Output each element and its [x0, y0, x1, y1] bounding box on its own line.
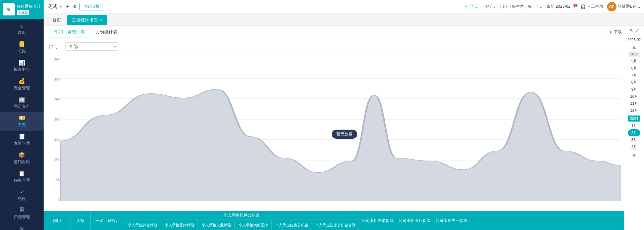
tabbar: 首页工资统计报表×	[44, 13, 644, 26]
funds-icon: 💰	[18, 78, 25, 84]
sidebar-item-assets[interactable]: 🏢固定资产	[0, 94, 44, 112]
calendar-icon[interactable]: 📅	[573, 4, 578, 9]
logo-icon: 畅	[3, 3, 15, 15]
table-col-公司承担养老保险: 公司承担养老保险	[359, 211, 396, 230]
month-item-5月[interactable]: 5月	[628, 58, 640, 65]
user-menu[interactable]: CE 轻捷通B运...	[607, 2, 640, 11]
logo-text: 畅康通好会计 专业版	[17, 4, 41, 15]
human-service-button[interactable]: 🎧 人工咨询	[581, 4, 603, 9]
year-header-2024[interactable]: 2024	[628, 116, 640, 122]
topbar-add-button[interactable]: ＋	[65, 3, 70, 10]
y-label: 150	[54, 137, 60, 141]
panel-nav-up[interactable]: ▲	[632, 43, 637, 51]
product-tags: 好会计（专）+好生意（标）+…	[485, 4, 542, 9]
month-item-12月[interactable]: 12月	[628, 107, 640, 114]
salary-icon: 💴	[18, 115, 25, 121]
headset-icon: 🎧	[581, 4, 586, 9]
close-icon: ✓	[20, 189, 24, 195]
y-label: 250	[54, 98, 60, 102]
topbar-title: 测试	[48, 4, 57, 10]
ledger-icon: 📒	[18, 41, 25, 47]
y-axis-labels: 350300250200150100500	[47, 58, 60, 201]
col-sub-个人承担社保公积金合计: 个人承担社保公积金合计	[312, 220, 359, 230]
sidebar-item-archive[interactable]: 🗄归档管理	[0, 204, 44, 223]
tab-salary-report[interactable]: 工资统计报表×	[67, 15, 107, 25]
year-display: 2023.02	[628, 38, 641, 42]
period-label: 账期 2023-02 📅	[546, 4, 578, 9]
month-item-10月[interactable]: 10月	[628, 93, 640, 100]
table-col-部门: 部门	[44, 211, 70, 230]
sidebar-item-funds[interactable]: 💰资金管理	[0, 75, 44, 94]
sidebar-item-salary[interactable]: 💴工资	[0, 112, 44, 131]
sidebar: 畅 畅康通好会计 专业版 ⌂首页📒总账📊报表中心💰资金管理🏢固定资产💴工资🧾发票…	[0, 0, 44, 230]
dept-select[interactable]: 全部销售部技术部行政部财务部	[65, 42, 119, 51]
sidebar-item-sales[interactable]: 📦进销台账	[0, 149, 44, 168]
sidebar-item-tax[interactable]: 📋税务管理	[0, 168, 44, 186]
topbar: 测试 ▾ ＋ ⚙ 切到旧版 ✓ 已认证 好会计（专）+好生意（标）+… 账期 2…	[44, 0, 644, 13]
subtab-monthly[interactable]: 月份统计表	[90, 26, 123, 38]
invoice-icon: 🧾	[18, 133, 25, 140]
col-sub-个人承担住房公积金: 个人承担住房公积金	[272, 220, 312, 230]
month-item-2月[interactable]: 2月	[628, 129, 640, 136]
panel-expand-icon[interactable]: ⤢	[635, 28, 639, 33]
tax-icon: 📋	[18, 170, 25, 177]
table-header: 部门人数应发工资合计个人承担社保公积金个人承担养老保险个人承担医疗保险个人承担失…	[44, 211, 644, 230]
month-item-11月[interactable]: 11月	[628, 100, 640, 107]
home-icon: ⌂	[20, 23, 23, 29]
sidebar-item-ledger[interactable]: 📒总账	[0, 38, 44, 57]
sidebar-menu: ⌂首页📒总账📊报表中心💰资金管理🏢固定资产💴工资🧾发票管理📦进销台账📋税务管理✓…	[0, 19, 44, 230]
year-header-2023[interactable]: 2023	[628, 51, 640, 57]
table-col-人数: 人数	[70, 211, 91, 230]
y-label: 100	[54, 157, 60, 161]
year-section-2024: 20241月2月3月4月	[628, 116, 640, 150]
topbar-settings-icon[interactable]: ⚙	[73, 4, 77, 9]
col-group-header: 个人承担社保公积金	[124, 211, 359, 220]
assets-icon: 🏢	[18, 96, 25, 103]
panel-close-icon[interactable]: ✕	[629, 28, 633, 34]
topbar-dropdown-arrow[interactable]: ▾	[60, 4, 62, 9]
month-item-6月[interactable]: 6月	[628, 65, 640, 72]
chart-area: 350300250200150100500 暂无数据	[44, 54, 644, 211]
col-sub-个人承担养老保险: 个人承担养老保险	[124, 220, 161, 230]
sidebar-item-reports[interactable]: 📊报表中心	[0, 57, 44, 75]
y-label: 300	[54, 78, 60, 82]
table-col-公司承担失业保险: 公司承担失业保险	[433, 211, 470, 230]
filterbar: 部门： 全部销售部技术部行政部财务部 ▾	[44, 39, 644, 54]
col-sub-个人承担失业保险: 个人承担失业保险	[198, 220, 235, 230]
switch-old-version-button[interactable]: 切到旧版	[79, 3, 103, 10]
y-label: 200	[54, 118, 60, 122]
chart-area-path	[60, 89, 621, 201]
sidebar-item-close[interactable]: ✓结账	[0, 186, 44, 204]
subtabs: 部门工资统计表月份统计表 ⬇ 下载 ↻ 刷新	[44, 26, 644, 39]
certified-status: ✓ 已认证	[465, 4, 481, 9]
year-section-2023: 20235月6月7月8月9月10月11月12月	[628, 51, 640, 114]
reports-icon: 📊	[18, 59, 25, 66]
tab-close-icon[interactable]: ×	[100, 17, 103, 22]
settings-icon: ⚙	[19, 225, 24, 230]
archive-icon: 🗄	[19, 207, 24, 213]
sidebar-item-invoice[interactable]: 🧾发票管理	[0, 131, 44, 149]
panel-nav-down[interactable]: ▼	[632, 152, 637, 160]
month-item-4月[interactable]: 4月	[628, 143, 640, 150]
right-panel: ✕ ⤢ 2023.02 ▲20235月6月7月8月9月10月11月12月2024…	[624, 26, 644, 230]
dept-select-wrap: 全部销售部技术部行政部财务部 ▾	[65, 42, 119, 51]
col-sub-个人承担大额医疗: 个人承担大额医疗	[235, 220, 272, 230]
sidebar-logo: 畅 畅康通好会计 专业版	[0, 0, 44, 19]
main-content: 测试 ▾ ＋ ⚙ 切到旧版 ✓ 已认证 好会计（专）+好生意（标）+… 账期 2…	[44, 0, 644, 230]
sidebar-item-home[interactable]: ⌂首页	[0, 20, 44, 38]
col-sub-个人承担医疗保险: 个人承担医疗保险	[161, 220, 198, 230]
sidebar-item-settings[interactable]: ⚙设置	[0, 223, 44, 230]
subtab-dept[interactable]: 部门工资统计表	[49, 26, 90, 38]
month-item-1月[interactable]: 1月	[628, 122, 640, 129]
dept-filter-label: 部门：	[49, 44, 62, 50]
y-label: 50	[56, 177, 60, 181]
month-item-9月[interactable]: 9月	[628, 86, 640, 93]
month-item-8月[interactable]: 8月	[628, 79, 640, 86]
month-item-7月[interactable]: 7月	[628, 72, 640, 79]
month-item-3月[interactable]: 3月	[628, 136, 640, 143]
tab-home[interactable]: 首页	[48, 15, 66, 25]
topbar-actions: 🎧 人工咨询 CE 轻捷通B运...	[581, 2, 640, 11]
content-area: ✕ ⤢ 2023.02 ▲20235月6月7月8月9月10月11月12月2024…	[44, 26, 644, 230]
topbar-status: ✓ 已认证 好会计（专）+好生意（标）+… 账期 2023-02 📅	[465, 4, 578, 9]
download-button[interactable]: ⬇ 下载	[609, 29, 622, 35]
